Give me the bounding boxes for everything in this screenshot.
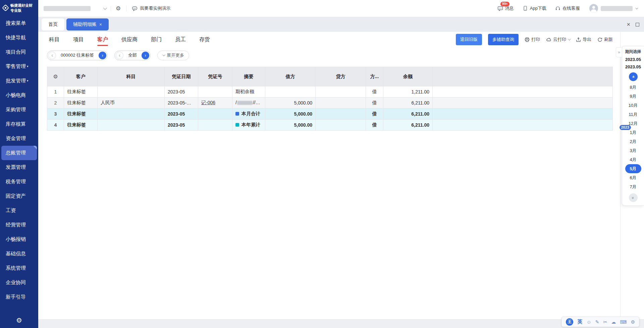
sidebar-item[interactable]: 税务管理 xyxy=(1,175,37,189)
sidebar-item[interactable]: 系统管理 xyxy=(1,261,37,275)
subtab[interactable]: 科目 xyxy=(48,33,60,47)
cell-debit: 5,000.00 xyxy=(265,120,316,131)
pen-icon[interactable]: ✎ xyxy=(595,319,599,325)
sidebar-item-label: 项目合同 xyxy=(6,49,26,55)
sidebar-item[interactable]: 零售管理 xyxy=(1,59,37,74)
cloud-print-button[interactable]: 云打印 xyxy=(546,37,570,43)
cell-voucher-no xyxy=(198,109,232,120)
month-option[interactable]: 8月 xyxy=(625,83,641,92)
sidebar-item[interactable]: 工资 xyxy=(1,203,37,218)
sidebar-item[interactable]: 基础信息 xyxy=(1,247,37,261)
expand-more-button[interactable]: 展开更多 xyxy=(157,51,189,60)
tab-auxiliary-ledger[interactable]: 辅助明细账 × xyxy=(66,18,109,30)
month-option[interactable]: 3月 xyxy=(625,146,641,155)
headset-icon xyxy=(555,6,560,11)
sidebar-item[interactable]: 经营管理 xyxy=(1,218,37,232)
sidebar-settings-gear-icon[interactable]: ⚙ xyxy=(0,313,38,328)
cell-customer: 往来标签 xyxy=(64,97,98,109)
maximize-icon[interactable] xyxy=(636,23,639,26)
sidebar-item[interactable]: 批发管理 xyxy=(1,74,37,88)
app-download-button[interactable]: App下载 xyxy=(523,5,546,11)
month-option[interactable]: 9月 xyxy=(625,92,641,101)
month-option[interactable]: 4月 xyxy=(625,155,641,164)
user-menu[interactable] xyxy=(589,4,637,13)
cell-direction: 借 xyxy=(366,86,383,97)
sidebar-item[interactable]: 企业协同 xyxy=(1,275,37,290)
subtab-label: 员工 xyxy=(175,37,186,42)
sidebar-item[interactable]: 固定资产 xyxy=(1,189,37,203)
sidebar-item[interactable]: 小畅报销 xyxy=(1,232,37,247)
chevron-down-icon xyxy=(27,65,29,68)
keyboard-icon[interactable]: ⌨ xyxy=(620,319,627,325)
subtab[interactable]: 存货 xyxy=(199,33,211,47)
org-selector-dropdown[interactable] xyxy=(44,6,111,11)
refresh-button[interactable]: 刷新 xyxy=(597,37,613,43)
sidebar-item[interactable]: 项目合同 xyxy=(1,45,37,59)
sidebar-item[interactable]: 小畅电商 xyxy=(1,88,37,103)
scope-filter[interactable]: ‹ 全部 › xyxy=(114,51,151,60)
table-row[interactable]: 2 往来标签 人民币 2023-05-… 记-006 ///往来 5,000.0… xyxy=(47,97,613,109)
sidebar-item[interactable]: 发票管理 xyxy=(1,160,37,175)
next-item-icon[interactable]: › xyxy=(142,52,149,59)
multi-aux-query-button[interactable]: 多辅助查询 xyxy=(488,34,519,45)
cell-balance: 1,211.00 xyxy=(383,86,433,97)
period-to[interactable]: 2023.05 xyxy=(625,64,641,69)
ime-settings-gear-icon[interactable]: ⚙ xyxy=(631,319,635,325)
sidebar-item-label: 固定资产 xyxy=(6,193,26,199)
prev-item-icon[interactable]: ‹ xyxy=(48,52,56,59)
subtab[interactable]: 供应商 xyxy=(121,33,138,47)
sidebar-item[interactable]: 总账管理 xyxy=(1,146,37,160)
sidebar-item[interactable]: 资金管理 xyxy=(1,131,37,146)
settings-gear-icon[interactable]: ⚙ xyxy=(116,5,121,12)
print-button[interactable]: 打印 xyxy=(525,37,540,43)
period-panel-collapse-icon[interactable]: » xyxy=(616,47,622,57)
period-from[interactable]: 2023.05 xyxy=(625,57,641,62)
month-option[interactable]: 10月 xyxy=(625,101,641,110)
emoji-icon[interactable]: ☺ xyxy=(586,319,591,325)
demo-link[interactable]: 我要看实例演示 xyxy=(126,5,170,11)
tab-close-icon[interactable]: × xyxy=(99,22,102,27)
sidebar-item[interactable]: 快捷导航 xyxy=(1,30,37,45)
subtab[interactable]: 客户 xyxy=(97,33,109,47)
table-row[interactable]: 1 往来标签 2023-05 期初余额 借 1,211.00 xyxy=(47,86,613,97)
subtab-label: 科目 xyxy=(49,37,60,42)
ime-language-toggle[interactable]: 英 xyxy=(577,319,582,325)
tab-home[interactable]: 首页 xyxy=(42,18,64,30)
cell-summary: 本年累计 xyxy=(232,120,265,131)
voucher-link[interactable]: 记-006 xyxy=(201,100,215,105)
messages-button[interactable]: 99+ 消息 xyxy=(497,5,514,11)
table-row-month-total[interactable]: 3 往来标签 2023-05 本月合计 5,000.00 借 6,211.00 xyxy=(47,109,613,120)
sidebar-item-label: 快捷导航 xyxy=(6,35,26,41)
cloud-icon[interactable]: ☁ xyxy=(611,319,616,325)
ime-logo-icon[interactable]: 王 xyxy=(566,318,573,326)
sidebar-item[interactable]: 库存核算 xyxy=(1,117,37,131)
scissors-icon[interactable]: ✂ xyxy=(603,319,607,325)
sidebar-item[interactable]: 采购管理 xyxy=(1,103,37,117)
month-option[interactable]: 2月 xyxy=(625,137,641,146)
table-row-year-total[interactable]: 4 往来标签 2023-05 本年累计 5,000.00 借 6,211.00 xyxy=(47,120,613,131)
month-option[interactable]: 7月 xyxy=(625,182,641,191)
month-option[interactable]: 6月 xyxy=(625,173,641,182)
month-option[interactable]: 2023 1月 xyxy=(625,128,641,137)
scroll-months-up-icon[interactable]: » xyxy=(629,72,638,81)
cell-balance: 6,211.00 xyxy=(383,120,433,131)
next-item-icon[interactable]: › xyxy=(99,52,106,59)
subtab[interactable]: 项目 xyxy=(72,33,85,47)
scroll-months-down-icon[interactable]: » xyxy=(629,193,638,202)
prev-item-icon[interactable]: ‹ xyxy=(116,52,123,59)
export-button[interactable]: 导出 xyxy=(576,37,591,43)
month-label: 5月 xyxy=(630,166,636,172)
print-label: 打印 xyxy=(531,37,540,43)
online-service-button[interactable]: 在线客服 xyxy=(555,5,580,11)
sidebar-item[interactable]: 新手引导 xyxy=(1,290,37,304)
subtab[interactable]: 部门 xyxy=(150,33,162,47)
column-settings-gear-icon[interactable]: ⚙ xyxy=(47,67,64,86)
close-all-tabs-icon[interactable]: × xyxy=(627,21,630,28)
month-option[interactable]: 11月 xyxy=(625,110,641,119)
row-num: 4 xyxy=(47,120,64,131)
subtab[interactable]: 员工 xyxy=(174,33,186,47)
sidebar-item[interactable]: 搜索菜单 xyxy=(1,16,37,30)
aux-item-filter[interactable]: ‹ 000002 往来标签 › xyxy=(47,51,108,60)
month-option[interactable]: 5月 xyxy=(625,164,641,173)
back-to-old-version-button[interactable]: 退回旧版 xyxy=(456,34,482,45)
